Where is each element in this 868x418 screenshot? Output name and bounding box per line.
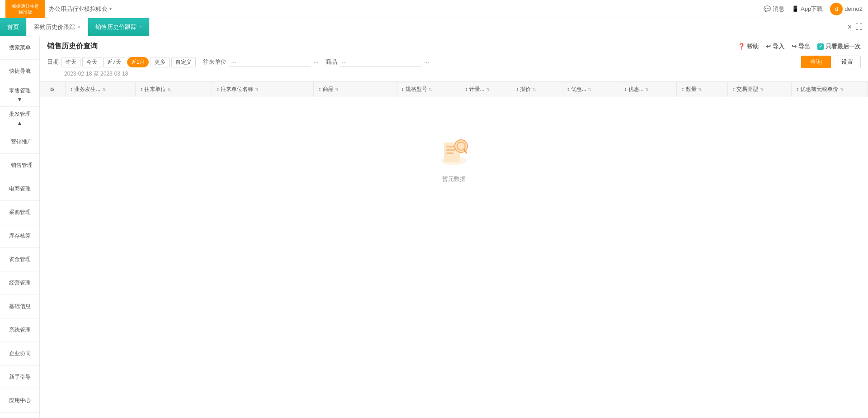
quick-nav-label: 快捷导航 — [9, 67, 31, 75]
user-name: demo2 — [844, 5, 863, 12]
sidebar-item-retail[interactable]: 零售管理 ▼ — [0, 83, 39, 107]
col-unit-header[interactable]: ↕ 计量... ⇅ — [460, 82, 511, 97]
tab-home[interactable]: 首页 — [0, 18, 27, 36]
partner-filter-label: 往来单位 — [203, 58, 226, 66]
top-bar-left: 畅捷通好生意标准版 办公用品行业模拟账套 ▾ — [5, 0, 112, 18]
date-range-text: 2023-02-18 至 2023-03-18 — [64, 70, 128, 78]
setting-button[interactable]: 设置 — [834, 56, 861, 68]
col-disc1-header[interactable]: ↕ 优惠... ⇅ — [562, 82, 619, 97]
sidebar-item-ops[interactable]: 经营管理 — [0, 271, 39, 295]
page-actions-right: ❓ 帮助 ↩ 导入 ↪ 导出 ✓ 只看最后一次 — [738, 43, 861, 51]
message-button[interactable]: 💬 消息 — [764, 5, 784, 13]
page-title-text: 销售历史价查询 — [47, 42, 98, 51]
col-partner-name-header[interactable]: ↕ 往来单位名称 ⇅ — [212, 82, 313, 97]
sidebar-item-wholesale[interactable]: 批发管理 ▲ — [0, 107, 39, 130]
sidebar-item-wechat[interactable]: 企业微信 — [0, 413, 39, 418]
col-price-header[interactable]: ↕ 报价 ⇅ — [511, 82, 562, 97]
query-button[interactable]: 查询 — [801, 56, 831, 68]
date-btn-yesterday[interactable]: 昨天 — [61, 57, 80, 67]
col-trade-header[interactable]: ↕ 交易类型 ⇅ — [727, 82, 791, 97]
purchase-mgr-label: 采购管理 — [9, 209, 31, 216]
only-last-check[interactable]: ✓ 只看最后一次 — [817, 43, 861, 51]
import-button[interactable]: ↩ 导入 — [766, 43, 784, 51]
tab-sales-close[interactable]: × — [139, 24, 142, 29]
data-table: ⚙ ↕ 业务发生... ⇅ ↕ 往来单位 ⇅ ↕ 往来单位名称 ⇅ ↕ 商品 ⇅… — [40, 82, 868, 97]
sidebar-item-sales-mgr[interactable]: 销售管理 — [0, 154, 39, 177]
sales-mgr-label: 销售管理 — [11, 162, 33, 169]
user-avatar: d — [830, 3, 843, 15]
sidebar-item-finance[interactable]: 资金管理 — [0, 248, 39, 271]
ecom-label: 电商管理 — [9, 185, 31, 193]
sidebar-item-guide[interactable]: 新手引导 — [0, 366, 39, 389]
message-label: 消息 — [773, 5, 784, 13]
empty-state: 暂元数据 — [40, 97, 868, 219]
import-icon: ↩ — [766, 43, 771, 50]
logo-area: 畅捷通好生意标准版 — [5, 0, 45, 18]
col-goods-header[interactable]: ↕ 商品 ⇅ — [314, 82, 396, 97]
col-gear-header[interactable]: ⚙ — [40, 82, 65, 97]
goods-filter-input[interactable] — [340, 57, 421, 66]
app-download-icon: 📱 — [792, 5, 799, 12]
date-btn-more[interactable]: 更多 — [151, 57, 170, 67]
tab-actions: × ⛶ — [842, 18, 868, 36]
app-selector[interactable]: 办公用品行业模拟账套 ▾ — [49, 5, 112, 13]
content-area: 销售历史价查询 ❓ 帮助 ↩ 导入 ↪ 导出 ✓ — [40, 36, 868, 418]
sidebar-item-inventory[interactable]: 库存核算 — [0, 224, 39, 248]
sidebar: 搜索菜单 快捷导航 零售管理 ▼ 批发管理 ▲ 营销推广 销售管理 电商管理 采… — [0, 36, 40, 418]
sidebar-item-apps[interactable]: 应用中心 — [0, 389, 39, 413]
col-qty-header[interactable]: ↕ 数量 ⇅ — [677, 82, 728, 97]
sidebar-item-ecom[interactable]: 电商管理 — [0, 177, 39, 201]
tab-purchase[interactable]: 采购历史价跟踪 × — [27, 18, 88, 36]
basic-label: 基础信息 — [9, 303, 31, 310]
date-btn-1month[interactable]: 近1月 — [127, 57, 149, 67]
col-spec-header[interactable]: ↕ 规格型号 ⇅ — [396, 82, 460, 97]
sidebar-item-system[interactable]: 系统管理 — [0, 318, 39, 342]
export-button[interactable]: ↪ 导出 — [792, 43, 810, 51]
system-label: 系统管理 — [9, 326, 31, 334]
tab-fullscreen-button[interactable]: ⛶ — [855, 23, 863, 31]
guide-label: 新手引导 — [9, 373, 31, 381]
apps-label: 应用中心 — [9, 397, 31, 404]
sidebar-item-quick-nav[interactable]: 快捷导航 — [0, 60, 39, 83]
inventory-label: 库存核算 — [9, 232, 31, 240]
col-notax-header[interactable]: ↕ 优惠前无税单价 ⇅ — [791, 82, 868, 97]
retail-arrow: ▼ — [17, 96, 23, 103]
svg-rect-4 — [446, 152, 453, 154]
app-download-label: App下载 — [801, 5, 823, 13]
col-bizdate-header[interactable]: ↕ 业务发生... ⇅ — [65, 82, 135, 97]
col-partner-code-header[interactable]: ↕ 往来单位 ⇅ — [135, 82, 212, 97]
tab-purchase-label: 采购历史价跟踪 — [34, 23, 75, 31]
help-button[interactable]: ❓ 帮助 — [738, 43, 759, 51]
sidebar-item-basic[interactable]: 基础信息 — [0, 295, 39, 318]
partner-filter-input[interactable] — [229, 57, 311, 66]
sidebar-item-marketing[interactable]: 营销推广 — [0, 130, 39, 154]
tab-home-label: 首页 — [7, 23, 19, 31]
app-download-button[interactable]: 📱 App下载 — [792, 5, 823, 13]
date-btn-7days[interactable]: 近7天 — [103, 57, 125, 67]
goods-filter-label: 商品 — [326, 58, 337, 66]
date-btn-custom[interactable]: 自定义 — [171, 57, 196, 67]
tab-sales[interactable]: 销售历史价跟踪 × — [88, 18, 150, 36]
finance-label: 资金管理 — [9, 256, 31, 263]
date-filter-label: 日期 — [47, 58, 59, 66]
page-title-row: 销售历史价查询 ❓ 帮助 ↩ 导入 ↪ 导出 ✓ — [47, 42, 861, 51]
filter-bar: 日期 昨天 今天 近7天 近1月 更多 自定义 往来单位 ··· — [47, 56, 861, 68]
sidebar-item-purchase-mgr[interactable]: 采购管理 — [0, 201, 39, 224]
export-label: 导出 — [798, 43, 810, 51]
logo-text: 畅捷通好生意标准版 — [12, 3, 39, 15]
sidebar-item-search-menu[interactable]: 搜索菜单 — [0, 36, 39, 60]
date-btn-today[interactable]: 今天 — [82, 57, 101, 67]
table-header-row: ⚙ ↕ 业务发生... ⇅ ↕ 往来单位 ⇅ ↕ 往来单位名称 ⇅ ↕ 商品 ⇅… — [40, 82, 868, 97]
import-label: 导入 — [773, 43, 784, 51]
col-disc2-header[interactable]: ↕ 优惠... ⇅ — [619, 82, 677, 97]
app-selector-chevron: ▾ — [109, 6, 112, 11]
only-last-checkbox[interactable]: ✓ — [817, 43, 824, 50]
empty-icon — [436, 133, 472, 170]
tab-spacer — [150, 18, 842, 36]
tab-sales-label: 销售历史价跟踪 — [95, 23, 137, 31]
sidebar-item-corp[interactable]: 企业协同 — [0, 342, 39, 366]
tab-purchase-close[interactable]: × — [78, 24, 80, 29]
user-area[interactable]: d demo2 — [830, 3, 863, 15]
tab-close-all-button[interactable]: × — [848, 23, 852, 31]
page-header: 销售历史价查询 ❓ 帮助 ↩ 导入 ↪ 导出 ✓ — [40, 36, 868, 82]
